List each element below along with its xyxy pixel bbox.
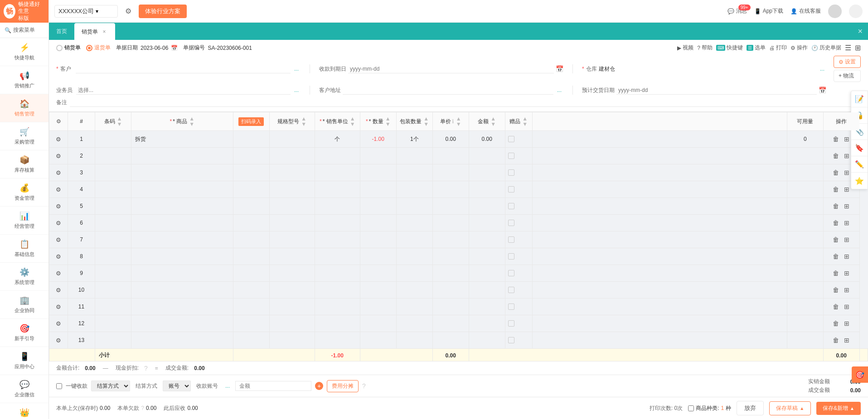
app-download-button[interactable]: 📱 App下载 [754,7,783,15]
row-pack-qty-8[interactable] [396,265,432,282]
row-unit-price-10[interactable] [432,299,469,315]
row-unit-12[interactable] [315,332,360,349]
customer-dots[interactable]: ... [292,66,301,72]
row-amount-6[interactable] [469,231,505,248]
row-amount-9[interactable] [469,282,505,299]
row-gift-12[interactable] [505,332,532,349]
row-barcode-0[interactable] [95,131,131,148]
th-settings[interactable]: ⚙ [49,112,68,131]
row-copy-6[interactable]: ⊞ [842,235,851,244]
row-delete-1[interactable]: 🗑 [831,151,840,160]
layout2-tool[interactable]: ⊞ [855,43,861,52]
sidebar-item-system[interactable]: ⚙️ 系统管理 [0,263,48,291]
row-copy-10[interactable]: ⊞ [842,302,851,311]
row-barcode-1[interactable] [95,148,131,164]
row-spec-2[interactable] [269,164,315,181]
float-item-6[interactable]: ⭐ [851,173,868,189]
sidebar-item-sales[interactable]: 🏠 销售管理 [0,94,48,122]
row-pack-qty-4[interactable] [396,198,432,215]
row-product-5[interactable] [131,215,233,231]
row-barcode-6[interactable] [95,231,131,248]
abandon-button[interactable]: 放弃 [737,401,764,415]
help-tool[interactable]: ? 帮助 [697,44,713,52]
select-tool[interactable]: ☰ 选单 [747,44,766,52]
row-delete-0[interactable]: 🗑 [831,135,840,144]
row-unit-0[interactable]: 个 [315,131,360,148]
row-unit-price-9[interactable] [432,282,469,299]
row-qty-11[interactable] [360,315,396,332]
payment-account-select[interactable]: 账号 [163,380,191,391]
row-barcode-3[interactable] [95,181,131,198]
row-pack-qty-6[interactable] [396,231,432,248]
note-input[interactable] [70,98,861,107]
sidebar-item-quick-nav[interactable]: ⚡ 快捷导航 [0,38,48,66]
row-barcode-2[interactable] [95,164,131,181]
gear-button[interactable]: ⚙ [121,5,135,18]
row-settings-9[interactable]: ⚙ [49,282,68,299]
row-gift-6[interactable] [505,231,532,248]
row-delete-10[interactable]: 🗑 [831,302,840,311]
row-barcode-8[interactable] [95,265,131,282]
goods-type-checkbox[interactable] [688,405,694,411]
row-spec-6[interactable] [269,231,315,248]
row-gift-2[interactable] [505,164,532,181]
row-delete-7[interactable]: 🗑 [831,252,840,261]
row-spec-9[interactable] [269,282,315,299]
row-gift-9[interactable] [505,282,532,299]
row-qty-3[interactable] [360,181,396,198]
row-settings-12[interactable]: ⚙ [49,332,68,349]
row-settings-0[interactable]: ⚙ [49,131,68,148]
row-copy-1[interactable]: ⊞ [842,151,851,160]
row-settings-7[interactable]: ⚙ [49,248,68,265]
row-spec-1[interactable] [269,148,315,164]
row-delete-4[interactable]: 🗑 [831,202,840,211]
row-gift-4[interactable] [505,198,532,215]
row-unit-6[interactable] [315,231,360,248]
row-copy-7[interactable]: ⊞ [842,252,851,261]
sidebar-item-finance[interactable]: 💰 资金管理 [0,178,48,207]
settings-button[interactable]: ⚙ 设置 [834,56,861,68]
fee-help-icon[interactable]: ? [362,382,366,390]
row-product-4[interactable] [131,198,233,215]
row-qty-1[interactable] [360,148,396,164]
row-delete-5[interactable]: 🗑 [831,218,840,227]
row-unit-price-12[interactable] [432,332,469,349]
row-unit-11[interactable] [315,315,360,332]
row-product-8[interactable] [131,265,233,282]
row-delete-11[interactable]: 🗑 [831,319,840,328]
save-new-button[interactable]: 保存&新增 ▲ [816,402,861,415]
row-amount-7[interactable] [469,248,505,265]
float-bottom-item[interactable]: 🎯 [852,366,868,383]
row-unit-price-2[interactable] [432,164,469,181]
row-qty-5[interactable] [360,215,396,231]
row-qty-7[interactable] [360,248,396,265]
row-product-9[interactable] [131,282,233,299]
row-pack-qty-3[interactable] [396,181,432,198]
user-avatar2[interactable] [849,5,863,18]
row-unit-2[interactable] [315,164,360,181]
row-delete-9[interactable]: 🗑 [831,285,840,294]
row-amount-5[interactable] [469,215,505,231]
expected-date-input[interactable] [616,86,817,95]
row-spec-3[interactable] [269,181,315,198]
company-selector[interactable]: XXXXXX公司 ▾ [54,5,118,18]
row-settings-4[interactable]: ⚙ [49,198,68,215]
tab-current[interactable]: 销货单 × [74,23,115,40]
row-settings-5[interactable]: ⚙ [49,215,68,231]
row-barcode-7[interactable] [95,248,131,265]
row-pack-qty-1[interactable] [396,148,432,164]
row-unit-10[interactable] [315,299,360,315]
radio-sale[interactable]: 销货单 [56,44,81,52]
row-amount-0[interactable]: 0.00 [469,131,505,148]
row-copy-5[interactable]: ⊞ [842,218,851,227]
row-barcode-9[interactable] [95,282,131,299]
sidebar-item-wechat[interactable]: 💬 企业微信 [0,375,48,403]
payment-method-select[interactable]: 结算方式 [91,380,130,391]
row-settings-10[interactable]: ⚙ [49,299,68,315]
row-qty-0[interactable]: -1.00 [360,131,396,148]
row-spec-12[interactable] [269,332,315,349]
customer-addr-input[interactable] [343,86,553,95]
row-product-1[interactable] [131,148,233,164]
row-pack-qty-11[interactable] [396,315,432,332]
salesperson-input[interactable] [76,86,291,95]
